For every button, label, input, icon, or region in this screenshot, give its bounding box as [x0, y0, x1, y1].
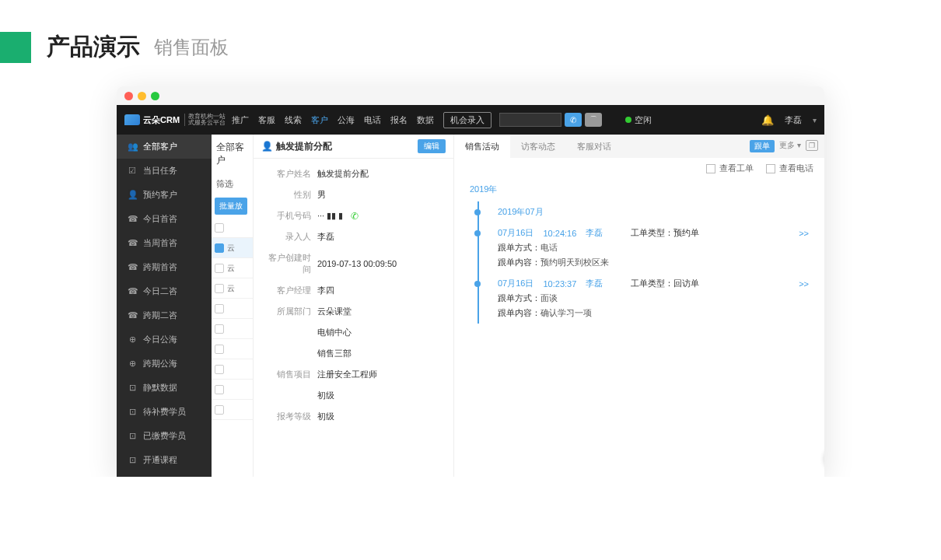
nav-item-线索[interactable]: 线索 — [285, 114, 302, 126]
row-checkbox[interactable] — [215, 304, 224, 313]
row-checkbox[interactable] — [215, 324, 224, 334]
row-text: 云 — [227, 283, 235, 294]
row-checkbox[interactable] — [215, 284, 224, 293]
nav-item-客服[interactable]: 客服 — [258, 114, 275, 126]
activity-tab-客服对话[interactable]: 客服对话 — [566, 135, 622, 158]
filter-ticket[interactable]: 查看工单 — [706, 163, 754, 174]
list-row[interactable] — [212, 339, 253, 359]
sidebar-item-预约客户[interactable]: 👤预约客户 — [117, 183, 212, 207]
detail-value: 电销中心 — [317, 327, 352, 338]
top-nav: 云朵CRM 教育机构一站 式服务云平台 推广客服线索客户公海电话报名数据 机会录… — [117, 105, 824, 135]
sidebar-item-当日任务[interactable]: ☑当日任务 — [117, 159, 212, 183]
call-button[interactable]: ✆ — [565, 113, 582, 127]
logo[interactable]: 云朵CRM 教育机构一站 式服务云平台 — [124, 114, 226, 126]
list-row[interactable] — [212, 299, 253, 319]
row-checkbox[interactable] — [215, 385, 224, 394]
nav-item-推广[interactable]: 推广 — [232, 114, 249, 126]
detail-label: 性别 — [261, 189, 317, 201]
logo-text: 云朵CRM — [143, 114, 180, 126]
row-checkbox[interactable] — [215, 223, 224, 233]
list-row[interactable] — [212, 319, 253, 339]
detail-row: 手机号码··· ▮▮ ▮ ✆ — [254, 205, 453, 226]
row-checkbox[interactable] — [215, 405, 224, 415]
hangup-button[interactable]: ⌒ — [585, 113, 602, 127]
sidebar-label: 全部客户 — [143, 141, 177, 152]
list-row[interactable] — [212, 218, 253, 238]
follow-chip[interactable]: 跟单 — [750, 140, 775, 152]
logo-icon — [124, 114, 140, 125]
list-row[interactable] — [212, 359, 253, 380]
activity-tab-访客动态[interactable]: 访客动态 — [510, 135, 566, 158]
activity-tab-销售活动[interactable]: 销售活动 — [454, 135, 510, 158]
user-menu-caret[interactable]: ▾ — [813, 116, 817, 124]
nav-item-客户[interactable]: 客户 — [311, 114, 328, 126]
event-type: 工单类型：预约单 — [631, 227, 699, 239]
sidebar-icon: ⊡ — [128, 407, 137, 417]
detail-value: ··· ▮▮ ▮ ✆ — [317, 210, 359, 222]
row-checkbox[interactable] — [215, 243, 224, 253]
opportunity-button[interactable]: 机会录入 — [443, 112, 491, 128]
row-checkbox[interactable] — [215, 365, 224, 374]
bulk-release-button[interactable]: 批量放 — [215, 198, 247, 215]
more-chip[interactable]: 更多 ▾ — [779, 140, 801, 152]
sidebar-item-跨期首咨[interactable]: ☎跨期首咨 — [117, 255, 212, 279]
timeline-event: 07月16日10:24:16李磊工单类型：预约单>>跟单方式：电话跟单内容：预约… — [479, 222, 809, 273]
list-row[interactable]: 云 — [212, 278, 253, 299]
sidebar-item-今日公海[interactable]: ⊕今日公海 — [117, 327, 212, 352]
page-header: 产品演示 销售面板 — [0, 0, 941, 79]
close-dot[interactable] — [124, 92, 133, 100]
sidebar-item-当周首咨[interactable]: ☎当周首咨 — [117, 231, 212, 255]
nav-item-公海[interactable]: 公海 — [338, 114, 355, 126]
sidebar-item-待补费学员[interactable]: ⊡待补费学员 — [117, 400, 212, 424]
sidebar-item-开通课程[interactable]: ⊡开通课程 — [117, 448, 212, 472]
list-row[interactable]: 云 — [212, 238, 253, 258]
sidebar-icon: ☎ — [128, 310, 137, 320]
sidebar-label: 已缴费学员 — [143, 430, 186, 442]
row-checkbox[interactable] — [215, 345, 224, 354]
list-filter[interactable]: 筛选 — [212, 173, 253, 194]
sidebar-item-全部客户[interactable]: 👥全部客户 — [117, 135, 212, 159]
sidebar-item-已缴费学员[interactable]: ⊡已缴费学员 — [117, 424, 212, 448]
filter-call[interactable]: 查看电话 — [766, 163, 813, 174]
sidebar-item-静默数据[interactable]: ⊡静默数据 — [117, 376, 212, 400]
sidebar-item-我的订单[interactable]: ⊡我的订单 — [117, 472, 212, 477]
edit-button[interactable]: 编辑 — [418, 139, 446, 153]
sidebar-icon: ☎ — [128, 214, 137, 224]
detail-label: 客户姓名 — [261, 168, 317, 180]
list-row[interactable] — [212, 400, 253, 420]
activity-filters: 查看工单 查看电话 — [454, 158, 824, 179]
sidebar-icon: ☎ — [128, 238, 137, 248]
detail-row: 初级 — [254, 385, 453, 406]
nav-item-数据[interactable]: 数据 — [417, 114, 434, 126]
copy-icon[interactable]: ❐ — [806, 140, 818, 151]
event-more[interactable]: >> — [799, 279, 809, 289]
list-row[interactable] — [212, 380, 253, 400]
maximize-dot[interactable] — [151, 92, 159, 100]
timeline-month-node: 2019年07月 — [479, 201, 809, 222]
sidebar-item-跨期公海[interactable]: ⊕跨期公海 — [117, 352, 212, 376]
list-row[interactable]: 云 — [212, 258, 253, 278]
row-text: 云 — [227, 263, 235, 274]
sidebar-item-跨期二咨[interactable]: ☎跨期二咨 — [117, 303, 212, 327]
sidebar-item-今日首咨[interactable]: ☎今日首咨 — [117, 207, 212, 231]
detail-row: 所属部门云朵课堂 — [254, 301, 453, 322]
detail-label: 所属部门 — [261, 306, 317, 317]
event-time: 10:23:37 — [543, 279, 576, 289]
timeline-year: 2019年 — [470, 184, 809, 195]
event-type: 工单类型：回访单 — [631, 278, 699, 289]
bell-icon[interactable]: 🔔 — [761, 114, 774, 126]
event-date: 07月16日 — [498, 278, 533, 289]
event-more[interactable]: >> — [799, 229, 809, 238]
nav-item-报名[interactable]: 报名 — [390, 114, 408, 126]
search-input[interactable] — [499, 113, 561, 127]
detail-header: 👤 触发提前分配 编辑 — [254, 135, 453, 159]
detail-row: 销售三部 — [254, 343, 453, 364]
sidebar-icon: ☎ — [128, 286, 137, 296]
row-checkbox[interactable] — [215, 264, 224, 273]
minimize-dot[interactable] — [138, 92, 146, 100]
current-user[interactable]: 李磊 — [785, 114, 802, 126]
phone-icon[interactable]: ✆ — [351, 211, 359, 222]
sidebar-item-今日二咨[interactable]: ☎今日二咨 — [117, 279, 212, 303]
status-indicator — [625, 117, 631, 123]
nav-item-电话[interactable]: 电话 — [364, 114, 381, 126]
